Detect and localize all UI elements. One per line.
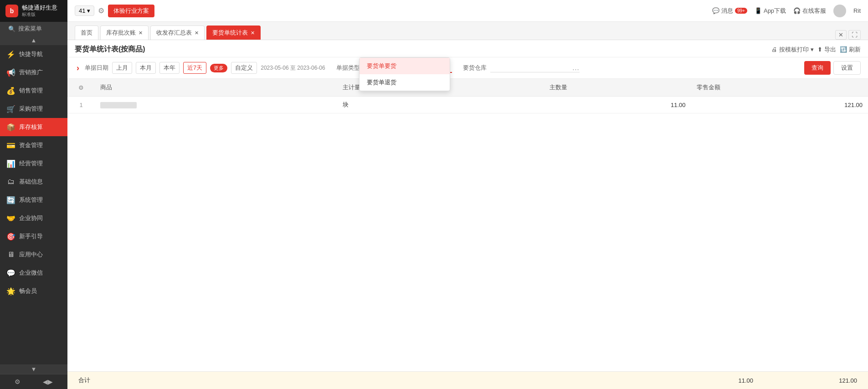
sidebar-item-label: 库存核算: [19, 123, 43, 131]
sidebar-item-system[interactable]: 🔄 系统管理: [0, 191, 67, 209]
tab-inventory-batch-close[interactable]: ✕: [139, 30, 143, 36]
tabs-expand-btn[interactable]: ⛶: [848, 30, 861, 40]
sidebar-item-label: 新手引导: [19, 232, 43, 241]
sidebar-item-operation[interactable]: 📊 经营管理: [0, 154, 67, 173]
tab-inventory-batch[interactable]: 库存批次账 ✕: [100, 26, 149, 40]
cell-index: 1: [67, 97, 95, 113]
sidebar-bottom: ⚙ ◀▶: [0, 374, 67, 389]
filter-expand-btn[interactable]: ›: [75, 62, 81, 74]
sidebar-item-wechat[interactable]: 💬 企业微信: [0, 264, 67, 282]
col-settings[interactable]: ⚙: [67, 79, 95, 97]
app-icon: 📱: [755, 7, 762, 14]
cell-amount: 121.00: [691, 97, 868, 113]
sidebar-item-label: 企业协同: [19, 214, 43, 222]
service-label: 在线客服: [802, 7, 826, 15]
warehouse-more-icon[interactable]: …: [572, 64, 580, 72]
sidebar-item-sales[interactable]: 💰 销售管理: [0, 82, 67, 100]
date-week7-btn[interactable]: 近7天: [183, 62, 206, 74]
sidebar-item-finance[interactable]: 💳 资金管理: [0, 136, 67, 154]
sidebar-item-label: 基础信息: [19, 178, 43, 186]
sidebar-settings-btn[interactable]: ⚙: [15, 378, 21, 385]
date-more-btn[interactable]: 更多: [210, 64, 227, 72]
messages-btn[interactable]: 💬 消息 99+: [712, 7, 747, 15]
tab-receivables-label: 收发存汇总表: [156, 29, 192, 37]
date-range-text: 2023-05-06 至 2023-06-06: [261, 64, 325, 72]
export-label: 导出: [824, 46, 836, 54]
footer-label: 合计: [73, 376, 173, 384]
tab-home[interactable]: 首页: [75, 26, 98, 40]
export-icon: ⬆: [817, 46, 822, 53]
wechat-icon: 💬: [6, 268, 15, 277]
warehouse-filter-input[interactable]: [490, 63, 570, 72]
message-icon: 💬: [712, 7, 719, 14]
filter-settings-btn[interactable]: 设置: [833, 61, 861, 75]
app-label: App下载: [764, 7, 786, 15]
app-download-btn[interactable]: 📱 App下载: [755, 7, 786, 15]
tab-home-label: 首页: [81, 29, 92, 37]
refresh-btn[interactable]: 🔃 刷新: [840, 46, 861, 54]
dropdown-item-order-return[interactable]: 要货单退货: [360, 74, 450, 91]
sidebar-item-label: 采购管理: [19, 105, 43, 113]
sidebar-item-label: 营销推广: [19, 68, 43, 77]
chevron-down-icon: ▾: [87, 7, 90, 14]
export-btn[interactable]: ⬆ 导出: [817, 46, 836, 54]
avatar[interactable]: [833, 5, 846, 17]
sidebar-item-guide[interactable]: 🎯 新手引导: [0, 227, 67, 246]
sidebar-nav: ⚡ 快捷导航 📢 营销推广 💰 销售管理 🛒 采购管理 📦 库存核算 💳 资金管…: [0, 45, 67, 364]
header: 41 ▾ ⚙ 体验行业方案 💬 消息 99+ 📱 App下载 🎧 在线客服 Ri…: [67, 0, 868, 22]
tabs-close-all-btn[interactable]: ✕: [835, 30, 847, 40]
messages-label: 消息: [721, 7, 733, 15]
enterprise-icon: 🤝: [6, 214, 15, 223]
filter-bar: › 单据日期 上月 本月 本年 近7天 更多 自定义 2023-05-06 至 …: [67, 57, 868, 79]
tab-order-stats-close[interactable]: ✕: [251, 30, 255, 36]
footer-qty: 11.00: [717, 377, 808, 384]
tab-receivables[interactable]: 收发存汇总表 ✕: [150, 26, 205, 40]
sidebar-collapse-btn[interactable]: ◀▶: [43, 378, 53, 385]
date-custom-btn[interactable]: 自定义: [231, 62, 257, 74]
table-settings-icon[interactable]: ⚙: [73, 84, 89, 91]
cell-product: [95, 97, 337, 113]
tab-receivables-close[interactable]: ✕: [195, 30, 199, 36]
sidebar-search[interactable]: 🔍 搜索菜单: [0, 22, 67, 36]
page: 要货单统计表(按商品) 🖨 按模板打印 ▾ ⬆ 导出 🔃 刷新 ›: [67, 40, 868, 389]
date-filter-label: 单据日期: [85, 64, 108, 72]
date-prev-btn[interactable]: 上月: [112, 62, 132, 74]
header-settings-icon[interactable]: ⚙: [98, 6, 104, 15]
sidebar-scroll-down[interactable]: ▼: [0, 364, 67, 374]
sidebar-item-appstore[interactable]: 🖥 应用中心: [0, 246, 67, 264]
sidebar-item-purchase[interactable]: 🛒 采购管理: [0, 100, 67, 118]
online-service-btn[interactable]: 🎧 在线客服: [793, 7, 826, 15]
trial-btn[interactable]: 体验行业方案: [108, 5, 154, 17]
sidebar-item-marketing[interactable]: 📢 营销推广: [0, 63, 67, 82]
username: Rit: [853, 7, 861, 14]
warehouse-filter-wrap: …: [490, 63, 580, 72]
sidebar-item-member[interactable]: 🌟 畅会员: [0, 282, 67, 300]
message-badge: 99+: [735, 8, 747, 14]
date-current-btn[interactable]: 本月: [136, 62, 156, 74]
print-template-btn[interactable]: 🖨 按模板打印 ▾: [771, 46, 814, 54]
sidebar-item-enterprise[interactable]: 🤝 企业协同: [0, 209, 67, 227]
refresh-label: 刷新: [849, 46, 861, 54]
tab-order-stats[interactable]: 要货单统计表 ✕: [206, 26, 261, 40]
sidebar-item-inventory[interactable]: 📦 库存核算: [0, 118, 67, 136]
sidebar-item-quick-nav[interactable]: ⚡ 快捷导航: [0, 45, 67, 63]
sidebar-item-basic[interactable]: 🗂 基础信息: [0, 173, 67, 191]
store-selector[interactable]: 41 ▾: [75, 5, 94, 16]
sidebar: b 畅捷通好生意 标准版 🔍 搜索菜单 ▲ ⚡ 快捷导航 📢 营销推广 💰 销售…: [0, 0, 67, 389]
sidebar-logo: b 畅捷通好生意 标准版: [0, 0, 67, 22]
tabs-bar: 首页 库存批次账 ✕ 收发存汇总表 ✕ 要货单统计表 ✕ ✕ ⛶: [67, 22, 868, 40]
sidebar-item-label: 经营管理: [19, 159, 43, 168]
sales-icon: 💰: [6, 86, 15, 95]
member-icon: 🌟: [6, 287, 15, 296]
appstore-icon: 🖥: [6, 250, 15, 259]
guide-icon: 🎯: [6, 232, 15, 241]
purchase-icon: 🛒: [6, 104, 15, 113]
date-year-btn[interactable]: 本年: [159, 62, 180, 74]
sidebar-item-label: 畅会员: [19, 287, 37, 295]
main-area: 41 ▾ ⚙ 体验行业方案 💬 消息 99+ 📱 App下载 🎧 在线客服 Ri…: [67, 0, 868, 389]
cell-qty: 11.00: [544, 97, 691, 113]
sidebar-scroll-up[interactable]: ▲: [0, 36, 67, 45]
print-icon: 🖨: [771, 46, 777, 53]
query-btn[interactable]: 查询: [804, 61, 831, 75]
dropdown-item-order-goods[interactable]: 要货单要货: [360, 58, 450, 74]
